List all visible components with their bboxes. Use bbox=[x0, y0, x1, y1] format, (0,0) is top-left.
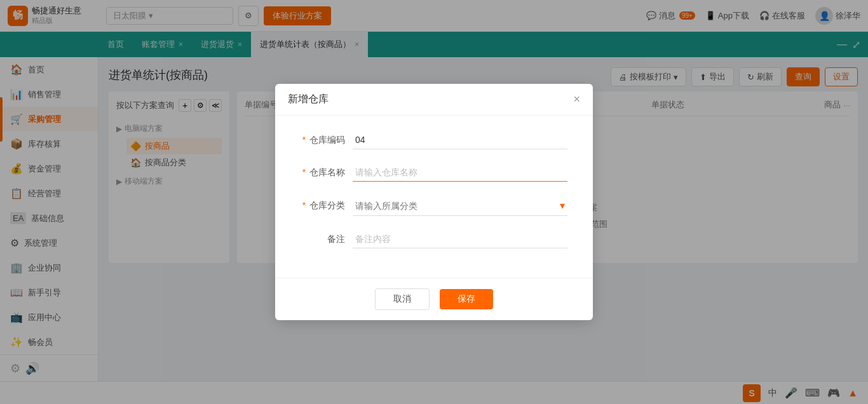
modal-close-button[interactable]: × bbox=[573, 93, 580, 106]
cancel-button[interactable]: 取消 bbox=[375, 288, 430, 310]
required-star-category: * bbox=[302, 200, 306, 210]
note-input[interactable] bbox=[353, 230, 567, 248]
modal-header: 新增仓库 × bbox=[275, 84, 593, 116]
code-label: * 仓库编码 bbox=[301, 135, 345, 146]
modal-overlay: 新增仓库 × * 仓库编码 * 仓库名称 bbox=[0, 0, 868, 404]
form-row-name: * 仓库名称 bbox=[301, 163, 567, 182]
form-row-code: * 仓库编码 bbox=[301, 131, 567, 149]
category-select[interactable]: ▾ bbox=[353, 196, 567, 216]
category-dropdown-icon: ▾ bbox=[560, 199, 565, 212]
modal-body: * 仓库编码 * 仓库名称 * 仓库分类 bbox=[275, 116, 593, 278]
save-button[interactable]: 保存 bbox=[440, 289, 493, 309]
name-label: * 仓库名称 bbox=[301, 167, 345, 178]
code-input[interactable] bbox=[353, 131, 567, 149]
modal-new-warehouse: 新增仓库 × * 仓库编码 * 仓库名称 bbox=[275, 84, 593, 320]
name-input[interactable] bbox=[353, 163, 567, 182]
form-row-note: 备注 bbox=[301, 230, 567, 248]
category-input[interactable] bbox=[355, 201, 560, 211]
modal-footer: 取消 保存 bbox=[275, 278, 593, 320]
category-label: * 仓库分类 bbox=[301, 200, 345, 212]
note-label: 备注 bbox=[301, 234, 345, 245]
modal-title: 新增仓库 bbox=[288, 93, 329, 106]
required-star-name: * bbox=[302, 167, 306, 177]
form-row-category: * 仓库分类 ▾ bbox=[301, 196, 567, 216]
required-star-code: * bbox=[302, 135, 306, 145]
